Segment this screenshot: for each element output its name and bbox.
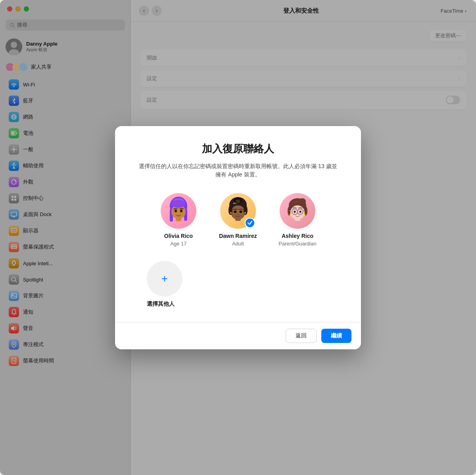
add-contact-row: + 選擇其他人 xyxy=(131,261,345,308)
contact-name-ashley: Ashley Rico xyxy=(282,233,313,239)
svg-point-44 xyxy=(171,200,186,208)
svg-point-42 xyxy=(180,209,182,212)
svg-rect-63 xyxy=(295,217,300,221)
svg-point-74 xyxy=(304,214,305,216)
svg-point-56 xyxy=(230,212,232,214)
modal-body: 加入復原聯絡人 選擇信任的人以在你忘記密碼或裝置密碼時重新取用帳號。此人必須年滿… xyxy=(115,126,361,322)
contact-role-ashley: Parent/Guardian xyxy=(278,241,316,247)
contact-avatar-wrap-ashley xyxy=(280,193,315,229)
svg-point-73 xyxy=(290,214,291,216)
check-badge-dawn xyxy=(245,218,255,228)
contact-item-ashley[interactable]: Ashley Rico Parent/Guardian xyxy=(274,193,321,247)
svg-point-51 xyxy=(240,211,242,213)
window: 搜尋 Danny Apple Apple 帳號 家人 xyxy=(0,0,476,475)
svg-point-57 xyxy=(244,212,246,214)
svg-point-72 xyxy=(299,211,301,213)
svg-point-55 xyxy=(236,199,240,203)
contact-avatar-wrap-olivia xyxy=(161,193,196,229)
contact-avatar-wrap-dawn xyxy=(220,193,256,229)
svg-point-71 xyxy=(294,211,296,213)
modal-overlay: 加入復原聯絡人 選擇信任的人以在你忘記密碼或裝置密碼時重新取用帳號。此人必須年滿… xyxy=(0,0,476,475)
svg-point-41 xyxy=(175,209,177,212)
contact-role-dawn: Adult xyxy=(232,241,244,247)
contact-name-olivia: Olivia Rico xyxy=(164,233,193,239)
svg-line-70 xyxy=(303,211,304,211)
svg-rect-49 xyxy=(235,217,241,221)
continue-button[interactable]: 繼續 xyxy=(321,329,351,343)
contact-item-olivia[interactable]: Olivia Rico Age 17 xyxy=(155,193,202,247)
contact-avatar-ashley xyxy=(280,193,315,229)
contact-role-olivia: Age 17 xyxy=(170,241,186,247)
modal-description: 選擇信任的人以在你忘記密碼或裝置密碼時重新取用帳號。此人必須年滿 13 歲並擁有… xyxy=(131,162,345,179)
modal-title: 加入復原聯絡人 xyxy=(131,142,345,156)
contact-name-dawn: Dawn Ramirez xyxy=(219,233,257,239)
add-contact-button[interactable]: + xyxy=(147,261,182,297)
contact-item-dawn[interactable]: Dawn Ramirez Adult xyxy=(214,193,262,247)
svg-point-50 xyxy=(234,211,237,213)
svg-point-61 xyxy=(299,198,306,205)
contact-avatar-olivia xyxy=(161,193,196,229)
modal-footer: 返回 繼續 xyxy=(115,322,361,349)
back-button[interactable]: 返回 xyxy=(286,329,317,343)
add-contact-label: 選擇其他人 xyxy=(147,301,175,308)
modal-dialog: 加入復原聯絡人 選擇信任的人以在你忘記密碼或裝置密碼時重新取用帳號。此人必須年滿… xyxy=(115,126,361,349)
svg-line-69 xyxy=(289,211,290,211)
contacts-row: Olivia Rico Age 17 xyxy=(131,193,345,247)
plus-icon: + xyxy=(161,272,168,285)
